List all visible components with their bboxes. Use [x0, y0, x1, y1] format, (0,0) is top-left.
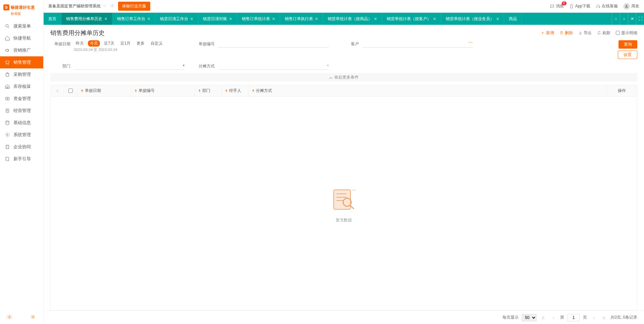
- date-opt-yesterday[interactable]: 昨天: [74, 40, 86, 47]
- export-icon: [578, 31, 582, 35]
- prev-page-button[interactable]: ‹: [550, 314, 557, 321]
- tab-home[interactable]: 首页: [44, 13, 61, 25]
- tab-sales-expense-history[interactable]: 销售费用分摊单历史✕: [61, 13, 112, 25]
- tab-sales-order-workbench[interactable]: 销售订单工作台✕: [112, 13, 155, 25]
- col-docno[interactable]: ▲▼单据编号: [131, 85, 195, 96]
- page-size-select[interactable]: 50: [522, 314, 537, 321]
- settings-icon[interactable]: [7, 314, 12, 321]
- tab-label: 钱货日清对账: [203, 16, 227, 22]
- select-all-checkbox[interactable]: [64, 85, 77, 96]
- show-detail-input[interactable]: [616, 31, 620, 35]
- collapse-filters-button[interactable]: ︽ 收起更多条件: [50, 73, 637, 82]
- app-download-button[interactable]: App下载: [569, 3, 590, 9]
- date-opt-today[interactable]: 今天: [88, 40, 100, 47]
- page-number-input[interactable]: [568, 314, 580, 321]
- tab-controls: ‹ › ✕ ⛶: [612, 13, 644, 25]
- setting-button[interactable]: 设置: [618, 51, 637, 59]
- brand-logo-icon: b: [3, 4, 9, 10]
- col-date[interactable]: ▲▼单据日期: [77, 85, 131, 96]
- col-handler[interactable]: ▲▼经手人: [222, 85, 249, 96]
- customer-picker-icon[interactable]: ⋯: [469, 40, 473, 45]
- warehouse-icon: [5, 84, 10, 89]
- tab-scroll-left[interactable]: ‹: [612, 13, 620, 25]
- sidebar-item-guide[interactable]: 新手引导: [0, 153, 43, 165]
- query-button[interactable]: 查询: [619, 40, 637, 49]
- sidebar-item-sales[interactable]: 销售管理: [0, 56, 43, 68]
- export-label: 导出: [584, 30, 592, 36]
- close-icon[interactable]: ✕: [272, 17, 275, 21]
- tab-sales-order-stats[interactable]: 销售订单统计表✕: [237, 13, 280, 25]
- sidebar-item-quicknav[interactable]: 快捷导航: [0, 32, 43, 44]
- close-icon[interactable]: ✕: [229, 17, 232, 21]
- tab-sales-order-exec[interactable]: 销售订单执行表✕: [280, 13, 323, 25]
- tab-delivery-stats-product[interactable]: 销货单统计表（按商品）✕: [323, 13, 382, 25]
- sidebar-item-system[interactable]: 系统管理: [0, 129, 43, 141]
- select-all-input[interactable]: [68, 89, 73, 93]
- add-button[interactable]: 新增: [541, 30, 554, 36]
- sidebar-item-search[interactable]: 搜索菜单: [0, 20, 43, 32]
- sidebar: b 畅捷通好生意 标准版 搜索菜单 快捷导航 营销推广 销售管理: [0, 0, 44, 324]
- tab-fullscreen[interactable]: ⛶: [636, 13, 644, 25]
- last-page-button[interactable]: ›|: [600, 314, 607, 321]
- system-settings-button[interactable]: [110, 3, 115, 9]
- collapse-sidebar-icon[interactable]: [31, 314, 37, 321]
- sidebar-item-biz[interactable]: 经营管理: [0, 105, 43, 117]
- column-settings-button[interactable]: [51, 85, 64, 96]
- filter-customer-label: 客户: [339, 40, 359, 47]
- messages-button[interactable]: 消息: [550, 3, 564, 9]
- col-alloc[interactable]: ▲▼分摊方式: [249, 85, 607, 96]
- gear-icon: [55, 89, 59, 93]
- close-icon[interactable]: ✕: [147, 17, 150, 21]
- close-icon[interactable]: ✕: [374, 17, 377, 21]
- tab-label: 销售费用分摊单历史: [66, 16, 102, 22]
- tab-scroll-right[interactable]: ›: [620, 13, 628, 25]
- online-service-button[interactable]: 在线客服: [596, 3, 618, 9]
- first-page-button[interactable]: |‹: [540, 314, 547, 321]
- show-detail-checkbox[interactable]: 显示明细: [616, 30, 637, 36]
- filter-action-buttons: 查询 设置: [618, 40, 637, 59]
- close-icon[interactable]: ✕: [496, 17, 499, 21]
- user-menu[interactable]: 用友: [623, 3, 639, 10]
- collapse-up-icon: ︽: [329, 75, 334, 79]
- svg-point-10: [6, 121, 9, 122]
- customer-input[interactable]: [362, 40, 473, 48]
- close-icon[interactable]: ✕: [433, 17, 436, 21]
- system-selector[interactable]: 装备及固定资产辅助管理系统 ﹀: [48, 3, 107, 9]
- tab-close-all[interactable]: ✕: [628, 13, 636, 25]
- sidebar-item-inventory[interactable]: 库存核算: [0, 80, 43, 93]
- close-icon[interactable]: ✕: [315, 17, 318, 21]
- refresh-icon: [597, 31, 601, 35]
- delete-button[interactable]: 删除: [559, 30, 573, 36]
- dept-select[interactable]: [74, 62, 184, 70]
- refresh-button[interactable]: 刷新: [597, 30, 610, 36]
- tab-product[interactable]: 商品: [504, 13, 522, 25]
- try-industry-button[interactable]: 体验行业方案: [118, 2, 150, 11]
- sidebar-item-marketing[interactable]: 营销推广: [0, 44, 43, 56]
- date-opt-7days[interactable]: 近7天: [102, 40, 116, 47]
- sidebar-item-coop[interactable]: 企业协同: [0, 141, 43, 153]
- svg-point-0: [6, 24, 8, 27]
- date-opt-custom[interactable]: 自定义: [149, 40, 165, 47]
- tab-daily-clear-workbench[interactable]: 钱货日清工作台✕: [155, 13, 198, 25]
- alloc-select[interactable]: [218, 62, 329, 70]
- tab-delivery-stats-salesman[interactable]: 销货单统计表（按业务员）✕: [441, 13, 504, 25]
- next-page-button[interactable]: ›: [590, 314, 597, 321]
- page-header: 销售费用分摊单历史 新增 删除 导出 刷新 显示明细: [44, 25, 644, 37]
- topbar-right: 消息 App下载 在线客服 用友: [550, 3, 639, 10]
- docno-input[interactable]: [218, 40, 329, 48]
- filter-customer: 客户 ⋯: [339, 40, 473, 59]
- tab-daily-clear-recon[interactable]: 钱货日清对账✕: [198, 13, 237, 25]
- sidebar-item-purchase[interactable]: 采购管理: [0, 68, 43, 80]
- sidebar-item-base[interactable]: 基础信息: [0, 117, 43, 129]
- svg-point-16: [9, 316, 10, 318]
- col-dept[interactable]: ▲▼部门: [195, 85, 222, 96]
- export-button[interactable]: 导出: [578, 30, 592, 36]
- page-prefix: 第: [560, 315, 564, 320]
- close-icon[interactable]: ✕: [190, 17, 193, 21]
- date-opt-more[interactable]: 更多: [135, 40, 147, 47]
- date-opt-1month[interactable]: 近1月: [118, 40, 133, 47]
- sidebar-item-fund[interactable]: 资金管理: [0, 93, 43, 105]
- close-icon[interactable]: ✕: [104, 17, 107, 21]
- tab-delivery-stats-customer[interactable]: 销货单统计表（按客户）✕: [382, 13, 441, 25]
- sidebar-item-label: 企业协同: [13, 144, 31, 150]
